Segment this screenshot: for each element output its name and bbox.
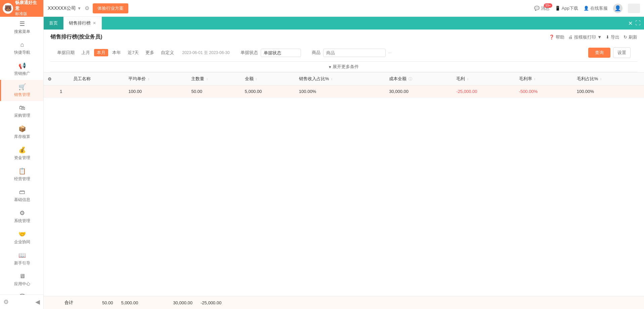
filter-row: 单据日期 上月本月本年近7天更多自定义 2023-06-01 至 2023-06… [50, 44, 637, 62]
sidebar-label: 企业协同 [14, 239, 30, 245]
topbar: XXXXXX公司 ▼ ⚙ 体验行业方案 💬 消息 99+ 📱 App下载 👤 在… [44, 0, 644, 17]
sidebar-settings-icon[interactable]: ⚙ [3, 298, 9, 306]
sidebar-item-资金管理[interactable]: 💰资金管理 [0, 143, 43, 164]
sidebar-item-采购管理[interactable]: 🛍采购管理 [0, 101, 43, 122]
date-tab-自定义[interactable]: 自定义 [158, 49, 177, 56]
row-avg-price: 100.00 [124, 86, 187, 98]
col-profit-pct[interactable]: 毛利占比% ↕ [573, 72, 644, 86]
col-sales-pct[interactable]: 销售收入占比% ↕ [295, 72, 385, 86]
messages-button[interactable]: 💬 消息 99+ [534, 5, 550, 11]
sidebar-item-系统管理[interactable]: ⚙系统管理 [0, 206, 43, 227]
sidebar-item-基础信息[interactable]: 🗃基础信息 [0, 185, 43, 206]
home-tab-label: 首页 [49, 20, 58, 26]
sidebar-icon: 🛒 [18, 83, 26, 91]
expand-conditions-button[interactable]: ▾ 展开更多条件 [329, 64, 359, 70]
sidebar-icon: 🤝 [18, 230, 26, 238]
sidebar-label: 采购管理 [14, 113, 30, 118]
goods-filter-input[interactable] [323, 49, 386, 57]
row-cost: 30,000.00 [385, 86, 452, 98]
col-rank [56, 72, 69, 86]
trial-button[interactable]: 体验行业方案 [93, 3, 128, 13]
help-icon: ❓ [549, 35, 554, 40]
sidebar-item-应用中心[interactable]: 🖥应用中心 [0, 269, 43, 290]
service-icon: 👤 [584, 6, 589, 11]
tab-close-icon[interactable]: ✕ [93, 21, 96, 25]
col-profit-rate[interactable]: 毛利率 ↕ [515, 72, 573, 86]
col-profit[interactable]: 毛利 ↕ [452, 72, 515, 86]
sidebar-collapse-icon[interactable]: ◀ [35, 298, 40, 306]
row-name [69, 86, 124, 98]
app-download-button[interactable]: 📱 App下载 [555, 5, 578, 11]
message-icon: 💬 [534, 6, 540, 11]
data-table: ⚙ 员工名称 平均单价 ↕ 主数量 ↕ 全额 ↕ 销售收入占比% ↕ 成本全额 … [44, 72, 644, 98]
sidebar-icon: 📖 [18, 252, 26, 259]
row-profit-pct: 100.00% [573, 86, 644, 98]
app-icon: 📱 [555, 6, 560, 11]
sidebar-label: 库存核算 [14, 134, 30, 140]
date-tab-本年[interactable]: 本年 [110, 49, 124, 56]
sidebar-icon: 🖥 [19, 273, 25, 280]
col-avg-price[interactable]: 平均单价 ↕ [124, 72, 187, 86]
print-icon: 🖨 [568, 35, 573, 40]
date-tab-上月[interactable]: 上月 [79, 49, 93, 56]
sidebar: 🐻 畅康通好生意 标准版 ☰搜索菜单⌂快捷导航📢营销推广🛒销售管理🛍采购管理📦库… [0, 0, 44, 309]
sidebar-footer: ⚙ ◀ [0, 295, 43, 309]
sidebar-label: 资金管理 [14, 155, 30, 161]
sidebar-item-营销推广[interactable]: 📢营销推广 [0, 59, 43, 80]
sidebar-item-快捷导航[interactable]: ⌂快捷导航 [0, 38, 43, 59]
sidebar-icon: ☰ [19, 20, 25, 28]
refresh-icon: ↻ [624, 35, 627, 40]
sidebar-item-搜索菜单[interactable]: ☰搜索菜单 [0, 17, 43, 38]
company-selector[interactable]: XXXXXX公司 ▼ [48, 5, 81, 11]
logo-icon: 🐻 [3, 3, 13, 14]
date-filter-tabs: 上月本月本年近7天更多自定义 [79, 49, 177, 56]
goods-more-icon[interactable]: ··· [388, 50, 392, 55]
sidebar-item-企业微信[interactable]: 💬企业微信 [0, 290, 43, 295]
date-range-display: 2023-06-01 至 2023-06-30 [182, 50, 229, 56]
col-qty[interactable]: 主数量 ↕ [187, 72, 241, 86]
tabbar-close-icon[interactable]: ✕ [628, 20, 633, 27]
avatar[interactable]: 👤 [613, 4, 622, 13]
footer-label: 合计 [48, 300, 98, 306]
col-amount[interactable]: 全额 ↕ [241, 72, 295, 86]
filter-settings-button[interactable]: 设置 [613, 47, 631, 58]
sidebar-icon: 🛍 [19, 104, 25, 111]
user-menu[interactable] [628, 4, 640, 13]
sidebar-item-经营管理[interactable]: 📋经营管理 [0, 164, 43, 185]
sidebar-label: 营销推广 [14, 71, 30, 76]
row-settings [44, 86, 56, 98]
tabbar-expand-icon[interactable]: ⛶ [635, 20, 641, 26]
table-row: 1 100.00 50.00 5,000.00 100.00% 30,000.0… [44, 86, 644, 98]
sidebar-item-企业协同[interactable]: 🤝企业协同 [0, 227, 43, 248]
refresh-button[interactable]: ↻ 刷新 [624, 34, 637, 40]
col-settings[interactable]: ⚙ [44, 72, 56, 86]
tab-sales-ranking[interactable]: 销售排行榜 ✕ [63, 17, 102, 30]
sidebar-label: 新手引导 [14, 260, 30, 266]
export-button[interactable]: ⬇ 导出 [606, 34, 619, 40]
sidebar-item-销售管理[interactable]: 🛒销售管理 [0, 80, 43, 101]
date-tab-本月[interactable]: 本月 [94, 49, 108, 56]
print-button[interactable]: 🖨 按模板打印 ▼ [568, 34, 602, 40]
tab-home[interactable]: 首页 [44, 17, 63, 30]
date-tab-近7天[interactable]: 近7天 [125, 49, 141, 56]
page-title-row: 销售排行榜(按业务员) ❓ 帮助 🖨 按模板打印 ▼ ⬇ 导出 [50, 34, 637, 41]
table-header-row: ⚙ 员工名称 平均单价 ↕ 主数量 ↕ 全额 ↕ 销售收入占比% ↕ 成本全额 … [44, 72, 644, 86]
row-sales-pct: 100.00% [295, 86, 385, 98]
date-tab-更多[interactable]: 更多 [143, 49, 157, 56]
row-profit: -25,000.00 [452, 86, 515, 98]
topbar-settings-icon[interactable]: ⚙ [85, 5, 89, 11]
help-button[interactable]: ❓ 帮助 [549, 34, 564, 40]
export-icon: ⬇ [606, 35, 609, 40]
sidebar-item-库存核算[interactable]: 📦库存核算 [0, 122, 43, 143]
goods-filter-label: 商品 [312, 50, 320, 56]
sales-ranking-tab-label: 销售排行榜 [69, 20, 91, 26]
sidebar-label: 快捷导航 [14, 50, 30, 55]
row-amount: 5,000.00 [241, 86, 295, 98]
status-filter-select[interactable]: 单据状态 [261, 49, 301, 57]
date-filter-label: 单据日期 [57, 50, 75, 56]
sidebar-nav: ☰搜索菜单⌂快捷导航📢营销推广🛒销售管理🛍采购管理📦库存核算💰资金管理📋经营管理… [0, 17, 43, 295]
query-button[interactable]: 查询 [588, 48, 610, 58]
online-service-button[interactable]: 👤 在线客服 [584, 5, 608, 11]
sidebar-item-新手引导[interactable]: 📖新手引导 [0, 248, 43, 269]
footer-qty: 50.00 [98, 300, 117, 305]
